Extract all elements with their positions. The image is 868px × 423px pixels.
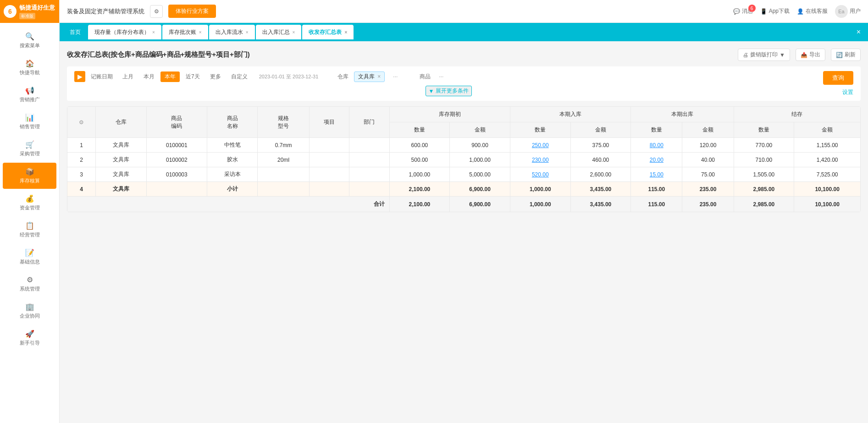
warehouse-tag[interactable]: 文具库 × — [354, 71, 385, 82]
date-btn-this-year[interactable]: 本年 — [160, 71, 180, 82]
sidebar-item-purchase[interactable]: 🛒采购管理 — [3, 136, 56, 162]
date-btn-last-month[interactable]: 上月 — [118, 71, 138, 82]
table-body: 1文具库0100001中性笔0.7mm600.00900.00250.00375… — [67, 138, 861, 197]
cell-warehouse: 文具库 — [96, 138, 147, 153]
tab-home[interactable]: 首页 — [63, 25, 87, 39]
page-title-bar: 收发存汇总表(按仓库+商品编码+商品+规格型号+项目+部门) 🖨 拨销版打印 ▼… — [67, 49, 861, 61]
footer-out-qty: 115.00 — [631, 197, 682, 212]
footer-opening-amount: 6,900.00 — [450, 197, 510, 212]
date-btn-this-month[interactable]: 本月 — [139, 71, 159, 82]
sidebar-item-inventory[interactable]: 📦库存核算 — [3, 163, 56, 189]
goods-label: 商品 — [420, 73, 431, 81]
cell-goods-spec — [258, 167, 309, 182]
sidebar-icon-base-info: 📝 — [25, 248, 34, 257]
sidebar-item-quick-nav[interactable]: 🏠快捷导航 — [3, 55, 56, 81]
cell-out-qty[interactable]: 15.00 — [631, 167, 682, 182]
tab-inventory-dist[interactable]: 现存量（库存分布表）× — [88, 25, 161, 39]
footer-row: 合计 2,100.00 6,900.00 1,000.00 3,435.00 1… — [67, 197, 861, 212]
cell-opening-qty: 1,000.00 — [389, 167, 450, 182]
cell-closing-amount: 10,100.00 — [794, 182, 861, 197]
main-content: 装备及固定资产辅助管理系统 ⚙ 体验行业方案 💬 消息 6 📱 App下载 👤 … — [60, 0, 868, 423]
sidebar-item-operations[interactable]: 📋经营管理 — [3, 217, 56, 243]
tab-close-batch-ledger[interactable]: × — [199, 30, 202, 35]
tab-bar-close[interactable]: × — [853, 28, 864, 36]
th-goods-name: 商品名称 — [207, 107, 258, 138]
sidebar-item-system[interactable]: ⚙系统管理 — [3, 271, 56, 297]
cell-out-qty[interactable]: 20.00 — [631, 153, 682, 167]
message-icon: 💬 — [733, 8, 740, 15]
sidebar-item-marketing[interactable]: 📢营销推广 — [3, 82, 56, 108]
date-btn-more[interactable]: 更多 — [206, 71, 225, 82]
tab-label-inout-summary: 出入库汇总 — [262, 28, 290, 36]
cell-in-qty[interactable]: 250.00 — [510, 138, 570, 153]
user-item[interactable]: Ea 用户 — [835, 5, 861, 18]
sidebar-logo: 6 畅捷通好生意 标准版 — [0, 0, 59, 23]
filter-toggle-btn[interactable]: ▶ — [74, 71, 85, 82]
sidebar-icon-quick-nav: 🏠 — [25, 59, 34, 68]
date-btn-custom[interactable]: 自定义 — [227, 71, 252, 82]
sidebar-item-sales[interactable]: 📊销售管理 — [3, 109, 56, 135]
th-closing-amount: 金额 — [794, 122, 861, 138]
cell-in-qty[interactable]: 230.00 — [510, 153, 570, 167]
app-download-item[interactable]: 📱 App下载 — [760, 7, 790, 15]
cell-project — [309, 153, 349, 167]
sidebar-item-base-info[interactable]: 📝基础信息 — [3, 244, 56, 270]
tab-inout-summary[interactable]: 出入库汇总× — [256, 25, 302, 39]
tab-batch-ledger[interactable]: 库存批次账× — [162, 25, 208, 39]
table-footer: 合计 2,100.00 6,900.00 1,000.00 3,435.00 1… — [67, 197, 861, 212]
date-btn-7days[interactable]: 近7天 — [182, 71, 204, 82]
sidebar-icon-enterprise: 🏢 — [25, 302, 34, 311]
th-department: 部门 — [349, 107, 389, 138]
cell-in-amount: 3,435.00 — [570, 182, 631, 197]
page-content: 收发存汇总表(按仓库+商品编码+商品+规格型号+项目+部门) 🖨 拨销版打印 ▼… — [60, 41, 868, 423]
cell-in-qty[interactable]: 520.00 — [510, 167, 570, 182]
cell-closing-qty: 710.00 — [734, 153, 794, 167]
cell-index: 2 — [67, 153, 96, 167]
sidebar: 6 畅捷通好生意 标准版 🔍搜索菜单🏠快捷导航📢营销推广📊销售管理🛒采购管理📦库… — [0, 0, 60, 423]
online-service-item[interactable]: 👤 在线客服 — [797, 7, 828, 15]
sidebar-item-enterprise[interactable]: 🏢企业协同 — [3, 298, 56, 324]
query-button[interactable]: 查询 — [823, 71, 853, 85]
th-settings[interactable]: ⚙ — [67, 107, 96, 138]
cell-goods-name: 中性笔 — [207, 138, 258, 153]
tab-inout-flow[interactable]: 出入库流水× — [209, 25, 255, 39]
sidebar-item-guide[interactable]: 🚀新手引导 — [3, 325, 56, 351]
settings-button[interactable]: ⚙ — [150, 5, 163, 18]
cell-goods-code: 0100002 — [147, 153, 207, 167]
date-btn-group: 上月 本月 本年 近7天 更多 自定义 — [118, 71, 252, 82]
tab-close-inventory-dist[interactable]: × — [152, 30, 155, 35]
cell-out-amount: 75.00 — [682, 167, 734, 182]
trial-button[interactable]: 体验行业方案 — [168, 5, 216, 18]
tab-receive-summary[interactable]: 收发存汇总表× — [302, 25, 354, 39]
tab-close-inout-summary[interactable]: × — [293, 30, 295, 35]
export-button[interactable]: 📤 导出 — [796, 49, 825, 61]
settings-link[interactable]: 设置 — [842, 88, 853, 96]
tab-close-receive-summary[interactable]: × — [344, 30, 347, 35]
table-row: 4文具库小计2,100.006,900.001,000.003,435.0011… — [67, 182, 861, 197]
user-avatar: Ea — [835, 5, 848, 18]
sidebar-label-search: 搜索菜单 — [20, 42, 40, 49]
print-button[interactable]: 🖨 拨销版打印 ▼ — [738, 49, 790, 61]
cell-closing-qty: 2,985.00 — [734, 182, 794, 197]
chevron-down-icon: ▼ — [780, 52, 785, 58]
refresh-button[interactable]: 🔄 刷新 — [831, 49, 861, 61]
sidebar-label-finance: 资金管理 — [20, 204, 40, 211]
sidebar-label-base-info: 基础信息 — [20, 258, 40, 265]
filter-left: ▶ 记账日期 上月 本月 本年 近7天 更多 自定义 2023-01-01 至 … — [74, 71, 823, 96]
expand-conditions-btn[interactable]: ▼ 展开更多条件 — [426, 86, 472, 96]
cell-out-qty: 115.00 — [631, 182, 682, 197]
th-in-amount: 金额 — [570, 122, 631, 138]
sidebar-item-finance[interactable]: 💰资金管理 — [3, 190, 56, 216]
message-item[interactable]: 💬 消息 6 — [733, 7, 753, 15]
expand-icon: ▼ — [429, 88, 434, 94]
cell-opening-qty: 600.00 — [389, 138, 450, 153]
tab-close-inout-flow[interactable]: × — [246, 30, 249, 35]
cell-out-amount: 235.00 — [682, 182, 734, 197]
cell-out-qty[interactable]: 80.00 — [631, 138, 682, 153]
cell-in-amount: 375.00 — [570, 138, 631, 153]
warehouse-tag-close[interactable]: × — [377, 73, 381, 80]
warehouse-ellipsis[interactable]: ··· — [390, 72, 400, 81]
filter-section: ▶ 记账日期 上月 本月 本年 近7天 更多 自定义 2023-01-01 至 … — [74, 71, 853, 96]
sidebar-item-search[interactable]: 🔍搜索菜单 — [3, 27, 56, 54]
goods-ellipsis[interactable]: ··· — [436, 72, 446, 81]
